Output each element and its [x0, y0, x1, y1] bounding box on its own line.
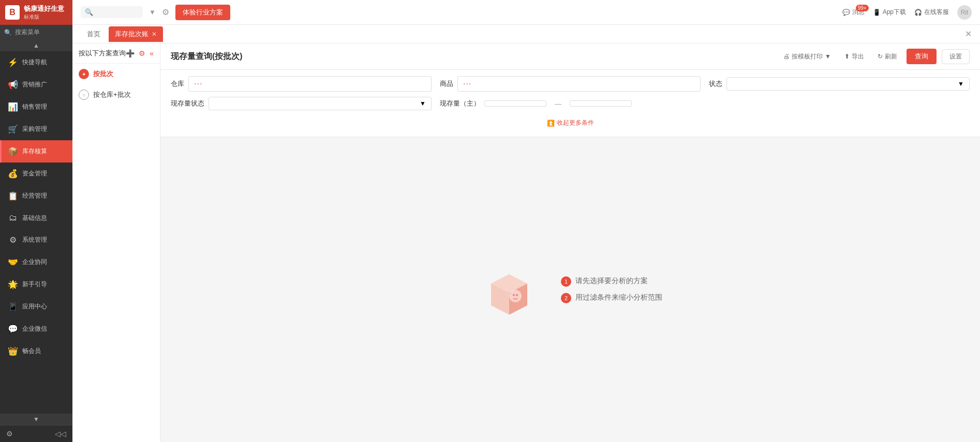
search-icon: 🔍: [85, 8, 93, 16]
svg-point-4: [513, 294, 515, 296]
tabbar: 首页 库存批次账 ✕ ✕: [72, 25, 980, 43]
app-download-button[interactable]: 📱 App下载: [873, 8, 906, 17]
sidebar-item-sales[interactable]: 📊 销售管理: [0, 96, 72, 118]
collapse-icon: ⏫: [547, 120, 555, 127]
status-select[interactable]: ▼: [726, 77, 970, 91]
sidebar-item-member[interactable]: 👑 畅会员: [0, 340, 72, 362]
nav-icon-wechat: 💬: [8, 324, 18, 334]
sidebar-item-finance[interactable]: 💰 资金管理: [0, 163, 72, 185]
sidebar-header: B 畅康通好生意 标准版: [0, 0, 72, 25]
nav-icon-enterprise: 🤝: [8, 257, 18, 267]
nav-icon-apps: 📱: [8, 302, 18, 312]
print-template-button[interactable]: 🖨 按模板打印 ▼: [779, 50, 835, 63]
left-panel-icons: ➕ ⚙ «: [126, 49, 154, 57]
stock-quantity-label: 现存量（主）: [440, 99, 480, 108]
topbar-icons: 💬 消息 99+ 📱 App下载 🎧 在线客服 Rit: [842, 5, 972, 20]
add-plan-icon[interactable]: ➕: [126, 49, 135, 57]
sidebar-item-apps[interactable]: 📱 应用中心: [0, 296, 72, 318]
product-filter: 商品 ···: [440, 76, 701, 92]
scroll-up-button[interactable]: ▲: [0, 40, 72, 51]
user-avatar[interactable]: Rit: [957, 5, 972, 20]
sidebar-item-inventory[interactable]: 📦 库存核算: [0, 140, 72, 163]
avatar: Rit: [957, 5, 972, 20]
nav-icon-purchase: 🛒: [8, 124, 18, 134]
nav-icon-operation: 📋: [8, 191, 18, 201]
right-content: 现存量查询(按批次) 🖨 按模板打印 ▼ ⬆ 导出 ↻ 刷新: [160, 43, 980, 442]
sidebar-search[interactable]: 🔍 搜索菜单: [0, 25, 72, 40]
stock-status-select[interactable]: ▼: [209, 97, 432, 110]
stock-quantity-max[interactable]: [570, 100, 632, 107]
settings-plan-icon[interactable]: ⚙: [139, 49, 145, 57]
warehouse-input[interactable]: ···: [188, 76, 432, 92]
panel-close-button[interactable]: ✕: [965, 29, 972, 39]
dropdown-arrow: ▼: [825, 53, 831, 60]
sidebar-item-operation[interactable]: 📋 经营管理: [0, 185, 72, 207]
collapse-icon[interactable]: ◁◁: [55, 430, 66, 438]
topbar-search-box[interactable]: 🔍: [81, 6, 143, 18]
left-panel-title: 按以下方案查询: [79, 49, 126, 58]
stock-quantity-min[interactable]: [484, 100, 546, 107]
export-button[interactable]: ⬆ 导出: [840, 50, 868, 63]
nav-icon-inventory: 📦: [8, 146, 18, 156]
tab-home[interactable]: 首页: [81, 26, 107, 42]
stock-status-filter: 现存量状态 ▼: [171, 97, 432, 110]
nav-icon-sales: 📊: [8, 102, 18, 112]
sidebar-item-basic[interactable]: 🗂 基础信息: [0, 207, 72, 229]
refresh-icon: ↻: [878, 53, 883, 60]
gear-icon[interactable]: ⚙: [162, 7, 169, 17]
plan-item-batch[interactable]: ✦ 按批次: [72, 64, 160, 84]
tab-close-icon[interactable]: ✕: [152, 31, 157, 38]
page-title: 现存量查询(按批次): [171, 51, 243, 62]
nav-icon-system: ⚙: [8, 235, 18, 245]
plan-active-icon: ✦: [79, 69, 89, 79]
tab-batch-account[interactable]: 库存批次账 ✕: [109, 26, 163, 42]
sidebar: B 畅康通好生意 标准版 🔍 搜索菜单 ▲ ⚡ 快捷导航 📢 营销推广 📊 销售…: [0, 0, 72, 442]
scroll-down-button[interactable]: ▼: [0, 414, 72, 425]
sidebar-item-wechat[interactable]: 💬 企业微信: [0, 318, 72, 340]
product-input[interactable]: ···: [457, 76, 701, 92]
industry-button[interactable]: 体验行业方案: [175, 5, 230, 20]
collapse-filters-button[interactable]: ⏫ 收起更多条件: [171, 115, 970, 130]
sidebar-item-purchase[interactable]: 🛒 采购管理: [0, 118, 72, 140]
sidebar-nav: ⚡ 快捷导航 📢 营销推广 📊 销售管理 🛒 采购管理 📦 库存核算 💰 资金管…: [0, 51, 72, 414]
sidebar-item-quick-nav[interactable]: ⚡ 快捷导航: [0, 51, 72, 73]
left-panel: 按以下方案查询 ➕ ⚙ « ✦ 按批次 ○ 按仓库+批次: [72, 43, 160, 442]
svg-point-3: [509, 290, 522, 302]
sidebar-item-newbie[interactable]: 🌟 新手引导: [0, 273, 72, 296]
warehouse-label: 仓库: [171, 79, 184, 89]
dropdown-icon: ▼: [420, 100, 426, 107]
warehouse-filter: 仓库 ···: [171, 76, 432, 92]
nav-icon-marketing: 📢: [8, 80, 18, 90]
nav-icon-finance: 💰: [8, 169, 18, 179]
settings-button[interactable]: 设置: [942, 49, 970, 64]
status-filter: 状态 ▼: [709, 77, 970, 91]
page-header-actions: 🖨 按模板打印 ▼ ⬆ 导出 ↻ 刷新 查询 设置: [779, 49, 970, 64]
dropdown-icon[interactable]: ▼: [149, 8, 156, 16]
plan-item-warehouse-batch[interactable]: ○ 按仓库+批次: [72, 84, 160, 105]
online-support-button[interactable]: 🎧 在线客服: [914, 8, 949, 17]
refresh-button[interactable]: ↻ 刷新: [873, 50, 901, 63]
sidebar-item-marketing[interactable]: 📢 营销推广: [0, 73, 72, 96]
search-icon: 🔍: [4, 29, 12, 36]
nav-icon-newbie: 🌟: [8, 279, 18, 289]
sidebar-footer: ⚙ ◁◁: [0, 425, 72, 442]
empty-illustration: [478, 259, 540, 321]
dots-icon: ···: [463, 79, 471, 89]
product-label: 商品: [440, 79, 453, 89]
sidebar-item-system[interactable]: ⚙ 系统管理: [0, 229, 72, 251]
dots-icon: ···: [194, 79, 202, 89]
settings-icon[interactable]: ⚙: [6, 430, 13, 438]
print-icon: 🖨: [783, 53, 790, 60]
left-panel-header: 按以下方案查询 ➕ ⚙ «: [72, 43, 160, 64]
collapse-panel-icon[interactable]: «: [150, 49, 154, 57]
nav-icon-member: 👑: [8, 346, 18, 356]
query-button[interactable]: 查询: [907, 49, 937, 64]
svg-point-5: [516, 294, 518, 296]
messages-button[interactable]: 💬 消息 99+: [842, 8, 865, 17]
filter-area: 仓库 ··· 商品 ··· 状态: [160, 70, 980, 137]
status-label: 状态: [709, 79, 722, 89]
empty-tips: 1 请先选择要分析的方案 2 用过滤条件来缩小分析范围: [561, 276, 662, 303]
headset-icon: 🎧: [914, 9, 922, 16]
search-input[interactable]: [95, 9, 137, 16]
sidebar-item-enterprise[interactable]: 🤝 企业协同: [0, 251, 72, 273]
